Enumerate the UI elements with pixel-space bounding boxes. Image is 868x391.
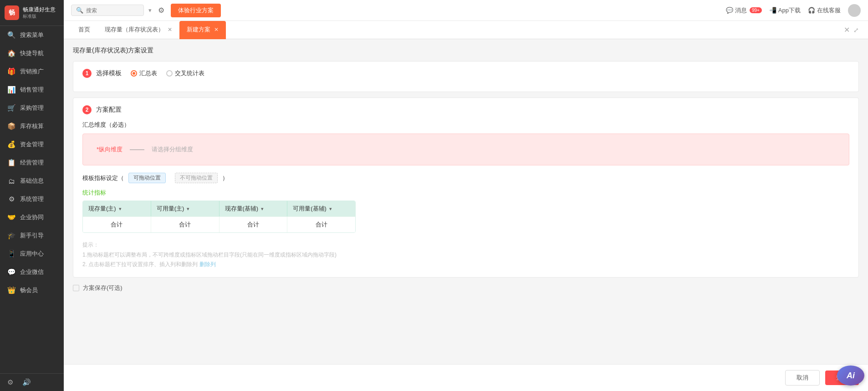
tips-item-1: 2. 点击标题栏下拉可设置排序、插入列和删除列 删除列	[82, 260, 849, 270]
search-menu-icon: 🔍	[7, 31, 15, 39]
chart-icon: 📊	[7, 86, 15, 94]
settings-icon[interactable]: ⚙	[7, 378, 13, 386]
handshake-icon: 🤝	[7, 213, 15, 221]
home-icon: 🏠	[7, 49, 15, 57]
sidebar: 畅 畅康通好生意 标准版 🔍 搜索菜单 🏠 快捷导航 🎁 营销推广 📊 销售管理…	[0, 0, 64, 391]
tab-new-plan-close-icon[interactable]: ✕	[214, 27, 219, 32]
tab-new-plan[interactable]: 新建方案 ✕	[179, 21, 226, 39]
tab-inventory-status[interactable]: 现存量（库存状况表） ✕	[97, 21, 179, 39]
trial-industry-button[interactable]: 体验行业方案	[171, 4, 221, 17]
mobile-icon: 📱	[7, 250, 15, 258]
stats-section-title: 统计指标	[82, 189, 849, 197]
sidebar-item-inventory[interactable]: 📦 库存核算	[0, 117, 64, 135]
sidebar-item-new-guide[interactable]: 🎓 新手引导	[0, 226, 64, 245]
panel-expand-icon[interactable]: ⤢	[853, 26, 859, 34]
sidebar-footer: ⚙ 🔊	[0, 373, 64, 391]
dim-area[interactable]: *纵向维度 —— 请选择分组维度	[82, 134, 849, 165]
stats-th-3[interactable]: 可用量(基辅) ▾	[287, 201, 355, 216]
sidebar-item-label: 营销推广	[20, 67, 44, 76]
chevron-down-icon-1: ▾	[187, 206, 189, 212]
tab-home[interactable]: 首页	[71, 21, 97, 39]
cancel-button[interactable]: 取消	[785, 370, 820, 386]
step2-badge: 2	[82, 105, 92, 114]
topbar: 🔍 ▾ ⚙ 体验行业方案 💬 消息 99+ 📲 App下载 🎧 在线客服	[64, 0, 868, 21]
chevron-down-icon-2: ▾	[261, 206, 264, 212]
save-label: 方案保存(可选)	[83, 284, 123, 292]
sidebar-item-member[interactable]: 👑 畅会员	[0, 281, 64, 299]
stats-th-1[interactable]: 可用量(主) ▾	[151, 201, 220, 216]
search-input[interactable]	[86, 7, 132, 14]
radio-summary[interactable]: 汇总表	[131, 69, 157, 77]
sidebar-item-label: 企业微信	[20, 268, 44, 276]
volume-icon[interactable]: 🔊	[22, 378, 31, 386]
stats-table-header: 现存量(主) ▾ 可用量(主) ▾ 现存量(基辅) ▾ 可用量(基辅) ▾	[83, 201, 355, 216]
topbar-dropdown-icon[interactable]: ▾	[148, 7, 152, 14]
sidebar-item-basic-info[interactable]: 🗂 基础信息	[0, 172, 64, 190]
sidebar-item-search-menu[interactable]: 🔍 搜索菜单	[0, 26, 64, 44]
gear-icon: ⚙	[7, 195, 15, 203]
stats-table: 现存量(主) ▾ 可用量(主) ▾ 现存量(基辅) ▾ 可用量(基辅) ▾	[82, 201, 356, 233]
app-logo-icon: 畅	[5, 5, 19, 20]
sidebar-item-finance[interactable]: 💰 资金管理	[0, 135, 64, 154]
sidebar-item-label: 系统管理	[20, 195, 44, 203]
main-area: 🔍 ▾ ⚙ 体验行业方案 💬 消息 99+ 📲 App下载 🎧 在线客服	[64, 0, 868, 391]
sidebar-item-label: 快捷导航	[20, 49, 44, 57]
panel-close-icon[interactable]: ✕	[844, 26, 850, 34]
tpl-indicator-row: 模板指标设定（ 可拖动位置 不可拖动位置 ）	[82, 173, 849, 183]
sidebar-item-enterprise-wx[interactable]: 💬 企业微信	[0, 263, 64, 281]
dim-required-label: *纵向维度	[97, 145, 123, 154]
sidebar-item-purchase[interactable]: 🛒 采购管理	[0, 99, 64, 117]
sidebar-item-enterprise[interactable]: 🤝 企业协同	[0, 208, 64, 226]
topbar-right-actions: 💬 消息 99+ 📲 App下载 🎧 在线客服	[726, 4, 861, 17]
sidebar-item-app-center[interactable]: 📱 应用中心	[0, 245, 64, 263]
stats-td-0-0: 合计	[83, 217, 151, 232]
tpl-indicator-label: 模板指标设定（	[82, 174, 124, 182]
sidebar-nav: 🔍 搜索菜单 🏠 快捷导航 🎁 营销推广 📊 销售管理 🛒 采购管理 📦 库存核…	[0, 26, 64, 373]
sidebar-item-label: 销售管理	[20, 86, 44, 94]
stats-th-2[interactable]: 现存量(基辅) ▾	[220, 201, 288, 216]
tpl-indicator-suffix: ）	[222, 174, 228, 182]
tabs-bar: 首页 现存量（库存状况表） ✕ 新建方案 ✕ ✕ ⤢	[64, 21, 868, 39]
radio-summary-circle	[131, 70, 137, 77]
message-button[interactable]: 💬 消息 99+	[726, 6, 762, 15]
clipboard-icon: 📋	[7, 159, 15, 167]
sidebar-logo: 畅 畅康通好生意 标准版	[0, 0, 64, 26]
sidebar-item-label: 搜索菜单	[20, 31, 44, 39]
save-option-row: 方案保存(可选)	[73, 284, 859, 292]
tab-inventory-close-icon[interactable]: ✕	[168, 27, 172, 32]
step1-card: 1 选择模板 汇总表 交叉统计表	[73, 61, 859, 92]
topbar-gear-icon[interactable]: ⚙	[158, 6, 164, 15]
sidebar-item-label: 库存核算	[20, 122, 44, 130]
step2-card: 2 方案配置 汇总维度（必选） *纵向维度 —— 请选择分组维度 模板指标设定（…	[73, 98, 859, 278]
stats-th-0[interactable]: 现存量(主) ▾	[83, 201, 151, 216]
gift-icon: 🎁	[7, 67, 15, 76]
user-avatar[interactable]	[848, 4, 861, 17]
step2-row: 2 方案配置	[82, 105, 849, 114]
tips-item-0: 1.拖动标题栏可以调整布局，不可跨维度或指标区域拖动栏目字段(只能在同一维度或指…	[82, 250, 849, 260]
sidebar-item-label: 经营管理	[20, 159, 44, 167]
tips-link-delete[interactable]: 删除列	[199, 261, 216, 268]
sidebar-item-label: 畅会员	[20, 286, 38, 294]
page-content: 现存量(库存状况表)方案设置 1 选择模板 汇总表 交叉统计表	[64, 39, 868, 364]
step2-title: 方案配置	[96, 106, 122, 114]
stats-td-0-1: 合计	[151, 217, 220, 232]
tpl-non-draggable-box: 不可拖动位置	[175, 173, 218, 183]
chevron-down-icon-3: ▾	[329, 206, 332, 212]
app-name-block: 畅康通好生意 标准版	[23, 6, 56, 20]
sidebar-item-sales[interactable]: 📊 销售管理	[0, 81, 64, 99]
template-radio-group: 汇总表 交叉统计表	[131, 69, 204, 77]
topbar-search-box[interactable]: 🔍	[71, 5, 144, 16]
ai-bubble[interactable]: Ai	[837, 365, 864, 386]
save-checkbox[interactable]	[73, 285, 79, 291]
sidebar-item-quick-nav[interactable]: 🏠 快捷导航	[0, 44, 64, 62]
sidebar-item-operations[interactable]: 📋 经营管理	[0, 154, 64, 172]
tips-section: 提示： 1.拖动标题栏可以调整布局，不可跨维度或指标区域拖动栏目字段(只能在同一…	[82, 240, 849, 270]
radio-cross[interactable]: 交叉统计表	[166, 69, 204, 77]
sidebar-item-label: 采购管理	[20, 104, 44, 112]
sidebar-item-marketing[interactable]: 🎁 营销推广	[0, 62, 64, 81]
sidebar-item-label: 应用中心	[20, 250, 44, 258]
online-service-button[interactable]: 🎧 在线客服	[808, 6, 841, 15]
sidebar-item-sys-mgmt[interactable]: ⚙ 系统管理	[0, 190, 64, 208]
folder-icon: 🗂	[7, 177, 15, 185]
app-download-button[interactable]: 📲 App下载	[769, 6, 801, 15]
